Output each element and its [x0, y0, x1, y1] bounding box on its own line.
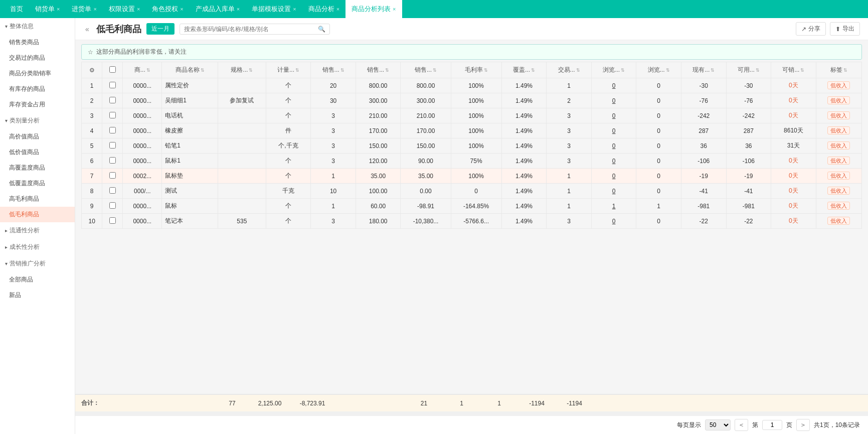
col-trade[interactable]: 交易...⇅	[547, 62, 592, 78]
close-icon[interactable]: ×	[237, 6, 240, 12]
nav-sales-order[interactable]: 销货单 ×	[29, 0, 66, 18]
sidebar-item-high-value[interactable]: 高价值商品	[0, 129, 75, 144]
sidebar-item-low-coverage[interactable]: 低覆盖度商品	[0, 176, 75, 191]
browse-link[interactable]: 0	[612, 173, 616, 180]
nav-template-settings[interactable]: 单据模板设置 ×	[246, 0, 302, 18]
sidebar-item-low-value[interactable]: 低价值商品	[0, 144, 75, 160]
next-page-button[interactable]: ＞	[796, 419, 810, 431]
sidebar-item-high-coverage[interactable]: 高覆盖度商品	[0, 160, 75, 176]
close-icon[interactable]: ×	[93, 6, 96, 12]
cell-browse1[interactable]: 0	[591, 78, 636, 93]
export-button[interactable]: ⬆ 导出	[830, 22, 860, 36]
nav-purchase-order[interactable]: 进货单 ×	[66, 0, 102, 18]
row-checkbox[interactable]	[109, 142, 116, 149]
time-filter-button[interactable]: 近一月	[146, 23, 175, 35]
cell-checkbox[interactable]	[102, 169, 123, 184]
cell-checkbox[interactable]	[102, 108, 123, 123]
col-spec[interactable]: 规格...⇅	[218, 62, 266, 78]
cell-browse1[interactable]: 0	[591, 214, 636, 229]
search-icon[interactable]: 🔍	[318, 26, 325, 33]
close-icon[interactable]: ×	[57, 6, 60, 12]
col-available[interactable]: 可用...⇅	[726, 62, 771, 78]
cell-checkbox[interactable]	[102, 214, 123, 229]
cell-checkbox[interactable]	[102, 78, 123, 93]
browse-link[interactable]: 1	[612, 203, 616, 210]
collapse-sidebar-button[interactable]: «	[83, 23, 91, 35]
cell-checkbox[interactable]	[102, 123, 123, 138]
share-button[interactable]: ↗ 分享	[796, 22, 826, 36]
prev-page-button[interactable]: ＜	[735, 419, 748, 431]
sidebar-item-low-margin[interactable]: 低毛利商品	[0, 207, 75, 222]
col-settings[interactable]: ⚙	[82, 62, 102, 78]
sidebar-group-growth[interactable]: ▸ 成长性分析	[0, 239, 75, 255]
close-icon[interactable]: ×	[180, 6, 183, 12]
page-number-input[interactable]	[762, 420, 782, 430]
col-current-stock[interactable]: 现有...⇅	[681, 62, 727, 78]
nav-home[interactable]: 首页	[4, 0, 29, 18]
row-checkbox[interactable]	[109, 127, 116, 133]
browse-link[interactable]: 0	[612, 142, 616, 150]
sidebar-group-marketing[interactable]: ▾ 营销推广分析	[0, 255, 75, 272]
col-tag[interactable]: 标签⇅	[816, 62, 861, 78]
sidebar-item-stock-capital[interactable]: 库存资金占用	[0, 97, 75, 112]
sidebar-group-flow[interactable]: ▸ 流通性分析	[0, 222, 75, 239]
close-icon[interactable]: ×	[336, 6, 339, 12]
col-unit[interactable]: 计量...⇅	[266, 62, 311, 78]
sidebar-item-stock-products[interactable]: 有库存的商品	[0, 81, 75, 97]
col-browse1[interactable]: 浏览...⇅	[591, 62, 636, 78]
close-icon-active[interactable]: ×	[393, 6, 396, 12]
col-sales-qty[interactable]: 销售...⇅	[311, 62, 356, 78]
col-sales-price[interactable]: 销售...⇅	[356, 62, 401, 78]
sidebar-group-overall[interactable]: ▾ 整体信息	[0, 18, 75, 35]
close-icon[interactable]: ×	[293, 6, 296, 12]
cell-browse1[interactable]: 0	[591, 93, 636, 108]
nav-permissions[interactable]: 权限设置 ×	[103, 0, 146, 18]
browse-link[interactable]: 0	[612, 188, 616, 195]
row-checkbox[interactable]	[109, 97, 116, 103]
row-checkbox[interactable]	[109, 157, 116, 164]
browse-link[interactable]: 0	[612, 112, 616, 119]
cell-checkbox[interactable]	[102, 93, 123, 108]
browse-link[interactable]: 0	[612, 97, 616, 104]
cell-checkbox[interactable]	[102, 199, 123, 214]
nav-role-auth[interactable]: 角色授权 ×	[146, 0, 189, 18]
browse-link[interactable]: 0	[612, 127, 616, 134]
close-icon[interactable]: ×	[137, 6, 140, 12]
col-sales-amount[interactable]: 销售...⇅	[401, 62, 451, 78]
row-checkbox[interactable]	[109, 217, 116, 224]
col-cover-rate[interactable]: 覆盖...⇅	[501, 62, 547, 78]
sidebar-item-high-margin[interactable]: 高毛利商品	[0, 191, 75, 207]
select-all-checkbox[interactable]	[109, 66, 116, 73]
sidebar-item-traded-products[interactable]: 交易过的商品	[0, 50, 75, 66]
cell-browse1[interactable]: 1	[591, 199, 636, 214]
browse-link[interactable]: 0	[612, 82, 616, 89]
per-page-select[interactable]: 50 100 200	[705, 419, 731, 430]
col-code[interactable]: 商...⇅	[123, 62, 162, 78]
nav-product-analysis[interactable]: 商品分析 ×	[302, 0, 345, 18]
row-checkbox[interactable]	[109, 202, 116, 209]
cell-browse1[interactable]: 0	[591, 184, 636, 199]
sidebar-item-new-products[interactable]: 新品	[0, 287, 75, 303]
col-gross-rate[interactable]: 毛利率⇅	[451, 62, 501, 78]
cell-browse1[interactable]: 0	[591, 123, 636, 138]
sidebar-item-all-products[interactable]: 全部商品	[0, 272, 75, 287]
horizontal-scrollbar[interactable]	[75, 411, 868, 415]
nav-product-storage[interactable]: 产成品入库单 ×	[190, 0, 246, 18]
search-input[interactable]	[184, 26, 318, 33]
cell-checkbox[interactable]	[102, 154, 123, 169]
col-checkbox[interactable]	[102, 62, 123, 78]
cell-browse1[interactable]: 0	[591, 108, 636, 123]
browse-link[interactable]: 0	[612, 158, 616, 165]
sidebar-group-category[interactable]: ▾ 类别量分析	[0, 112, 75, 129]
cell-browse1[interactable]: 0	[591, 169, 636, 184]
cell-browse1[interactable]: 0	[591, 138, 636, 154]
row-checkbox[interactable]	[109, 112, 116, 118]
sidebar-item-sales-products[interactable]: 销售类商品	[0, 35, 75, 50]
col-saleable[interactable]: 可销...⇅	[771, 62, 816, 78]
col-browse2[interactable]: 浏览...⇅	[636, 62, 681, 78]
nav-product-analysis-list[interactable]: 商品分析列表 ×	[345, 0, 402, 18]
cell-checkbox[interactable]	[102, 138, 123, 154]
cell-checkbox[interactable]	[102, 184, 123, 199]
row-checkbox[interactable]	[109, 187, 116, 194]
row-checkbox[interactable]	[109, 172, 116, 179]
